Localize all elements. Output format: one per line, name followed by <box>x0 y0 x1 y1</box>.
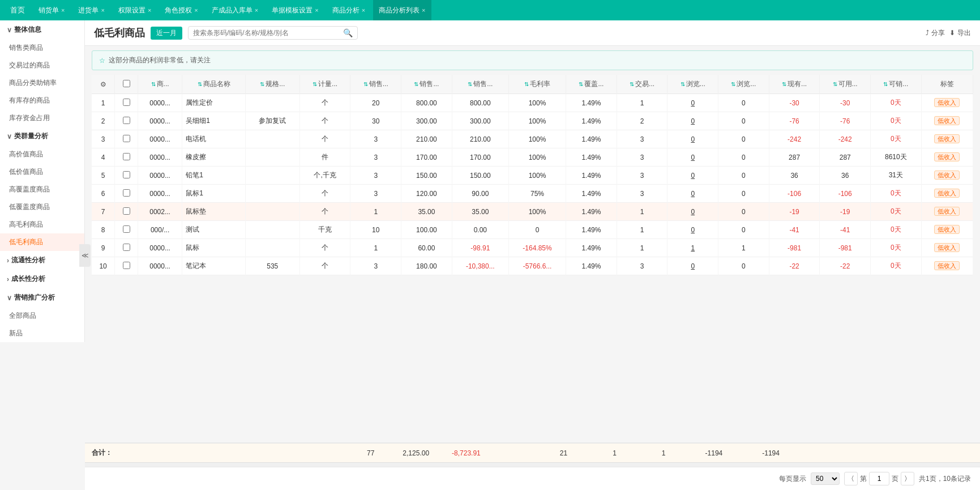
td-checkbox[interactable] <box>115 257 138 275</box>
td-view1[interactable]: 0 <box>667 148 718 167</box>
td-tag: 低收入 <box>921 221 973 239</box>
nav-product-analysis[interactable]: 商品分析 × <box>327 0 371 20</box>
th-checkbox[interactable] <box>115 75 138 94</box>
td-sales1: 3 <box>350 148 401 167</box>
td-spec <box>245 130 299 148</box>
td-seq: 9 <box>92 239 115 257</box>
search-icon[interactable]: 🔍 <box>343 28 353 37</box>
td-view1[interactable]: 0 <box>667 203 718 221</box>
th-stock: ⇅现有... <box>769 75 820 94</box>
tag-badge: 低收入 <box>934 134 960 143</box>
nav-product-entry[interactable]: 产成品入库单 × <box>206 0 264 20</box>
td-checkbox[interactable] <box>115 185 138 203</box>
td-checkbox[interactable] <box>115 112 138 130</box>
sidebar-item-inventory-funds[interactable]: 库存资金占用 <box>0 109 84 127</box>
page-header: 低毛利商品 近一月 🔍 ⤴ 分享 ⬇ 导出 <box>85 20 980 46</box>
row-checkbox[interactable] <box>123 189 130 197</box>
td-sales1: 1 <box>350 239 401 257</box>
td-checkbox[interactable] <box>115 239 138 257</box>
nav-role-auth[interactable]: 角色授权 × <box>159 0 203 20</box>
row-checkbox[interactable] <box>123 207 130 215</box>
sidebar-item-stock-goods[interactable]: 有库存的商品 <box>0 92 84 109</box>
sidebar-collapse-button[interactable]: ≪ <box>79 244 91 267</box>
sidebar-item-sales-goods[interactable]: 销售类商品 <box>0 39 84 57</box>
period-button[interactable]: 近一月 <box>151 27 182 40</box>
td-checkbox[interactable] <box>115 167 138 185</box>
sidebar-item-traded-goods[interactable]: 交易过的商品 <box>0 57 84 74</box>
per-page-select[interactable]: 50 20 100 <box>811 472 840 485</box>
td-view1[interactable]: 1 <box>667 239 718 257</box>
td-view1[interactable]: 0 <box>667 257 718 275</box>
td-checkbox[interactable] <box>115 94 138 112</box>
prev-page-button[interactable]: 〈 <box>844 472 858 485</box>
td-checkbox[interactable] <box>115 130 138 148</box>
nav-product-analysis-list[interactable]: 商品分析列表 × <box>373 0 431 20</box>
td-view1[interactable]: 0 <box>667 94 718 112</box>
nav-purchase-order[interactable]: 进货单 × <box>72 0 110 20</box>
td-checkbox[interactable] <box>115 221 138 239</box>
td-view1[interactable]: 0 <box>667 185 718 203</box>
sidebar-group-overall[interactable]: ∨ 整体信息 <box>0 20 84 39</box>
nav-close-product[interactable]: × <box>255 7 258 14</box>
nav-close-purchase[interactable]: × <box>101 7 104 14</box>
row-checkbox[interactable] <box>123 117 130 124</box>
td-view2: 0 <box>718 148 769 167</box>
nav-close-template[interactable]: × <box>315 7 318 14</box>
nav-close-permissions[interactable]: × <box>148 7 151 14</box>
td-available: -981 <box>820 239 871 257</box>
horizontal-scrollbar[interactable] <box>85 462 980 467</box>
td-code: 0000... <box>138 185 182 203</box>
sidebar-group-marketing[interactable]: ∨ 营销推广分析 <box>0 288 84 307</box>
sidebar-group-growth[interactable]: › 成长性分析 <box>0 270 84 288</box>
th-spec: ⇅规格... <box>245 75 299 94</box>
td-checkbox[interactable] <box>115 203 138 221</box>
td-view1[interactable]: 0 <box>667 221 718 239</box>
page-input[interactable] <box>869 472 889 485</box>
td-name: 电话机 <box>182 130 246 148</box>
td-sales1: 3 <box>350 185 401 203</box>
sidebar-item-category-rate[interactable]: 商品分类助销率 <box>0 74 84 92</box>
row-checkbox[interactable] <box>123 262 130 269</box>
nav-permissions[interactable]: 权限设置 × <box>113 0 157 20</box>
next-page-button[interactable]: 〉 <box>901 472 914 485</box>
row-checkbox[interactable] <box>123 153 130 160</box>
nav-close-sales[interactable]: × <box>61 7 65 14</box>
nav-sales-order[interactable]: 销货单 × <box>33 0 70 20</box>
th-gear[interactable]: ⚙ <box>92 75 115 94</box>
td-unit: 个 <box>299 130 350 148</box>
sidebar-item-low-value[interactable]: 低价值商品 <box>0 163 84 181</box>
sidebar-item-new-goods[interactable]: 新品 <box>0 325 84 342</box>
sidebar-group-cluster[interactable]: ∨ 类群量分析 <box>0 127 84 146</box>
sidebar-item-all-goods[interactable]: 全部商品 <box>0 307 84 325</box>
nav-close-analysis-list[interactable]: × <box>422 7 425 14</box>
arrow-icon-5: ∨ <box>7 294 12 302</box>
td-trade: 1 <box>617 94 667 112</box>
nav-close-analysis[interactable]: × <box>362 7 365 14</box>
td-spec <box>245 185 299 203</box>
search-input[interactable] <box>193 29 343 37</box>
sidebar-item-low-margin[interactable]: 低毛利商品 <box>0 233 84 251</box>
sidebar-group-flow[interactable]: › 流通性分析 <box>0 251 84 270</box>
row-checkbox[interactable] <box>123 244 130 251</box>
sidebar-item-high-value[interactable]: 高价值商品 <box>0 146 84 163</box>
nav-template-settings[interactable]: 单据模板设置 × <box>266 0 324 20</box>
td-checkbox[interactable] <box>115 148 138 167</box>
td-view1[interactable]: 0 <box>667 112 718 130</box>
td-view1[interactable]: 0 <box>667 167 718 185</box>
td-view1[interactable]: 0 <box>667 130 718 148</box>
sidebar-item-high-coverage[interactable]: 高覆盖度商品 <box>0 181 84 198</box>
sidebar-item-low-coverage[interactable]: 低覆盖度商品 <box>0 198 84 216</box>
share-button[interactable]: ⤴ 分享 <box>926 28 945 38</box>
row-checkbox[interactable] <box>123 171 130 178</box>
td-saleable: 31天 <box>871 167 922 185</box>
row-checkbox[interactable] <box>123 225 130 233</box>
row-checkbox[interactable] <box>123 135 130 142</box>
row-checkbox[interactable] <box>123 99 130 106</box>
tag-badge: 低收入 <box>934 243 960 252</box>
nav-close-role[interactable]: × <box>194 7 198 14</box>
td-spec: 535 <box>245 257 299 275</box>
export-button[interactable]: ⬇ 导出 <box>949 28 971 38</box>
select-all-checkbox[interactable] <box>123 80 130 87</box>
sidebar-item-high-margin[interactable]: 高毛利商品 <box>0 216 84 233</box>
nav-home[interactable]: 首页 <box>5 0 31 20</box>
